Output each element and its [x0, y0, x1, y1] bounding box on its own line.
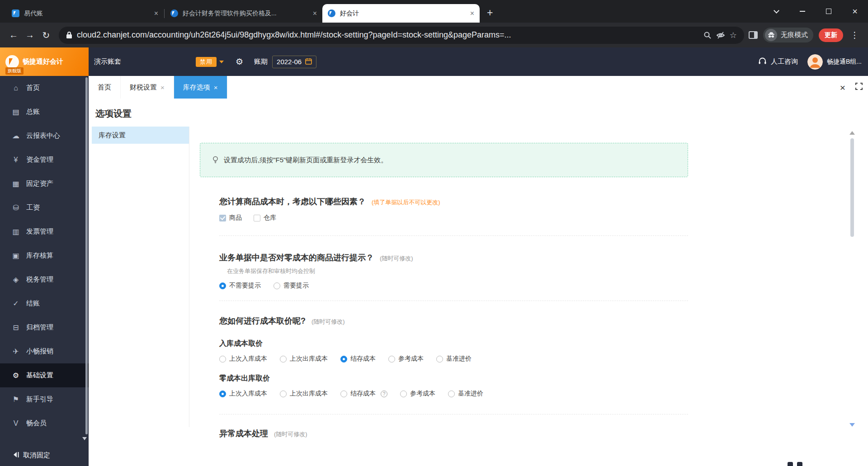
- sidebar-item-payroll[interactable]: ⛁工资: [0, 196, 89, 220]
- section-title: 异常成本处理: [219, 428, 268, 439]
- address-bar[interactable]: cloud2.chanjet.com/accounting/uh26t264j5…: [59, 27, 744, 44]
- tab-close-icon[interactable]: ×: [214, 84, 218, 91]
- sidebar-item-invoices[interactable]: ▥发票管理: [0, 220, 89, 244]
- radio-reference-cost[interactable]: 参考成本: [400, 390, 435, 398]
- forward-button[interactable]: →: [22, 27, 38, 43]
- support-link[interactable]: 人工咨询: [771, 57, 798, 66]
- sidebar-item-tax[interactable]: ◈税务管理: [0, 268, 89, 292]
- app-logo: 畅捷通好会计 旗舰版: [0, 47, 89, 76]
- group-name-inbound: 入库成本取价: [219, 339, 868, 348]
- radio-label: 上次出库成本: [290, 355, 328, 363]
- checkbox-goods[interactable]: 商品: [219, 214, 242, 222]
- money-icon: ¥: [11, 156, 20, 164]
- floating-dot[interactable]: [797, 462, 802, 466]
- search-icon[interactable]: [703, 31, 712, 39]
- browser-tab-1[interactable]: 易代账 ×: [6, 4, 164, 23]
- browser-menu-icon[interactable]: ⋮: [849, 30, 861, 40]
- tab-close-icon[interactable]: ×: [313, 10, 317, 17]
- window-maximize-button[interactable]: [816, 0, 842, 23]
- fullscreen-icon[interactable]: [855, 83, 863, 92]
- radio-icon: [219, 356, 226, 362]
- eye-slash-icon[interactable]: [716, 31, 725, 39]
- radio-last-outbound-cost[interactable]: 上次出库成本: [280, 390, 328, 398]
- settings-gear-icon[interactable]: ⚙: [236, 56, 243, 67]
- bookmark-star-icon[interactable]: ☆: [730, 30, 737, 40]
- radio-base-price[interactable]: 基准进价: [448, 390, 483, 398]
- sidebar-item-beginner-guide[interactable]: ⚑新手引导: [0, 387, 89, 411]
- radio-selected-icon: [219, 391, 226, 397]
- headset-icon: [758, 57, 767, 67]
- sidebar-item-label: 新手引导: [26, 395, 53, 404]
- browser-update-button[interactable]: 更新: [819, 28, 843, 42]
- floating-dot[interactable]: [788, 462, 793, 466]
- radio-selected-icon: [340, 356, 347, 362]
- sidebar-item-label: 税务管理: [26, 275, 53, 284]
- tab-close-icon[interactable]: ×: [160, 84, 165, 91]
- browser-tab-2[interactable]: 好会计财务管理软件购买价格及... ×: [165, 4, 322, 23]
- tab-close-icon[interactable]: ×: [154, 10, 158, 17]
- workspace-tab-label: 首页: [98, 83, 111, 92]
- content-scrollbar[interactable]: [849, 128, 855, 429]
- settings-subnav: 库存设置: [89, 127, 189, 427]
- user-name[interactable]: 畅捷通B组...: [827, 58, 862, 66]
- section-abnormal-cost: 异常成本处理 (随时可修改): [200, 428, 868, 457]
- tab-close-icon[interactable]: ×: [470, 10, 474, 17]
- radio-last-inbound-cost[interactable]: 上次入库成本: [219, 390, 267, 398]
- browser-tab-active[interactable]: 好会计 ×: [322, 4, 480, 23]
- user-avatar[interactable]: [807, 54, 823, 70]
- unpin-sidebar-button[interactable]: 取消固定: [13, 451, 50, 460]
- radio-reference-cost[interactable]: 参考成本: [388, 355, 424, 363]
- browser-tab-title: 易代账: [24, 9, 150, 18]
- checkbox-empty-icon: [254, 215, 260, 221]
- sidebar-item-membership[interactable]: V畅会员: [0, 411, 89, 435]
- radio-label: 参考成本: [398, 355, 424, 363]
- sidebar-item-general-ledger[interactable]: ▤总账: [0, 100, 89, 124]
- radio-balance-cost[interactable]: 结存成本: [340, 355, 376, 363]
- window-minimize-button[interactable]: [789, 0, 816, 23]
- radio-balance-cost[interactable]: 结存成本 ?: [340, 390, 387, 398]
- radio-last-inbound-cost[interactable]: 上次入库成本: [219, 355, 267, 363]
- chevron-down-icon: [774, 8, 779, 14]
- sidebar-item-basic-settings[interactable]: ⚙基础设置: [0, 363, 89, 387]
- close-all-tabs-icon[interactable]: ×: [840, 83, 845, 92]
- tab-search-chevron-button[interactable]: [763, 0, 789, 23]
- radio-last-outbound-cost[interactable]: 上次出库成本: [280, 355, 328, 363]
- radio-no-prompt[interactable]: 不需要提示: [219, 282, 261, 290]
- account-dropdown-caret-icon[interactable]: [219, 61, 224, 66]
- floating-widget[interactable]: [788, 462, 802, 466]
- scroll-up-icon[interactable]: [849, 128, 855, 135]
- radio-label: 参考成本: [410, 390, 435, 398]
- back-button[interactable]: ←: [5, 27, 22, 43]
- checkbox-warehouse[interactable]: 仓库: [254, 214, 276, 222]
- sidebar-item-label: 发票管理: [26, 227, 53, 236]
- workspace-tab-stock-options[interactable]: 库存选项 ×: [174, 76, 227, 99]
- reload-button[interactable]: ↻: [38, 27, 54, 43]
- browser-tab-title: 好会计财务管理软件购买价格及...: [183, 9, 308, 18]
- sidebar-scroll-down-icon[interactable]: [82, 437, 87, 442]
- radio-base-price[interactable]: 基准进价: [436, 355, 472, 363]
- status-badge[interactable]: 禁用: [196, 57, 217, 67]
- subnav-item-stock-settings[interactable]: 库存设置: [92, 127, 189, 144]
- workspace-tab-tax-settings[interactable]: 财税设置 ×: [121, 76, 174, 99]
- period-selector[interactable]: 2022-06: [272, 56, 316, 68]
- side-panel-icon[interactable]: [749, 31, 758, 39]
- sidebar-item-reimbursement[interactable]: ✈小畅报销: [0, 339, 89, 363]
- radio-need-prompt[interactable]: 需要提示: [274, 282, 309, 290]
- workspace-tab-home[interactable]: 首页: [89, 76, 121, 99]
- section-hint: 在业务单据保存和审核时均会控制: [227, 267, 868, 275]
- sidebar-item-closing[interactable]: ✓结账: [0, 292, 89, 315]
- info-banner: 设置成功后,须按"F5"键刷新页面或重新登录才会生效。: [200, 143, 688, 177]
- sidebar-item-archive[interactable]: ⊟归档管理: [0, 315, 89, 339]
- sidebar-item-inventory[interactable]: ▣库存核算: [0, 244, 89, 268]
- sidebar-item-home[interactable]: ⌂首页: [0, 76, 89, 100]
- sidebar-item-funds[interactable]: ¥资金管理: [0, 148, 89, 172]
- help-icon[interactable]: ?: [381, 391, 387, 397]
- sidebar-scrollbar[interactable]: [85, 77, 88, 434]
- scroll-down-icon[interactable]: [849, 423, 855, 429]
- incognito-badge: 无痕模式: [763, 28, 813, 42]
- new-tab-button[interactable]: +: [487, 8, 493, 18]
- sidebar-item-cloud-reports[interactable]: ☁云报表中心: [0, 124, 89, 148]
- window-close-button[interactable]: ×: [842, 0, 868, 23]
- scrollbar-thumb[interactable]: [850, 138, 854, 237]
- sidebar-item-fixed-assets[interactable]: ▦固定资产: [0, 172, 89, 196]
